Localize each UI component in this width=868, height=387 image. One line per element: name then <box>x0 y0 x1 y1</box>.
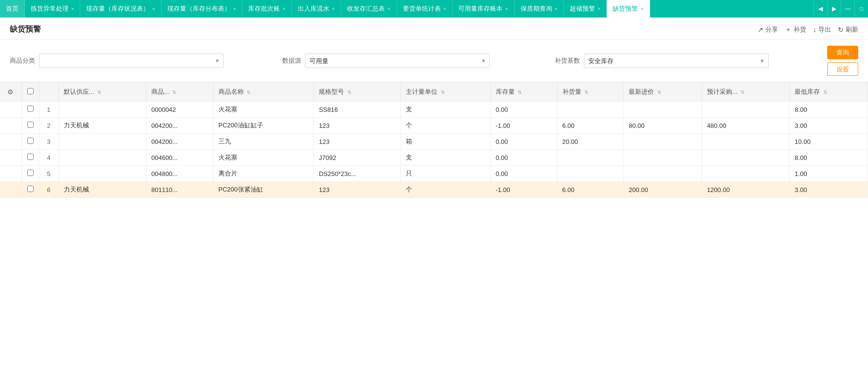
nav-tab-10[interactable]: 超储预警 × <box>564 0 607 18</box>
nav-prev-button[interactable]: ◀ <box>814 0 827 18</box>
nav-tab-home[interactable]: 首页 <box>0 0 25 18</box>
datasource-filter-label: 数据源 <box>282 56 301 65</box>
header-actions: ↗ 分享 ＋ 补货 ↓ 导出 ↻ 刷新 <box>758 25 858 34</box>
page-header: 缺货预警 ↗ 分享 ＋ 补货 ↓ 导出 ↻ 刷新 <box>0 18 868 40</box>
row-product-code-cell: 801110... <box>146 182 213 198</box>
col-header-product-name[interactable]: 商品名称 ⇅ <box>213 83 314 102</box>
col-header-supplier[interactable]: 默认供应... ⇅ <box>58 83 146 102</box>
row-stock-cell: 0.00 <box>490 102 557 118</box>
row-checkbox-3[interactable] <box>27 154 34 160</box>
nav-tab-8[interactable]: 可用量库存账本 × <box>452 0 514 18</box>
row-supplier-cell <box>58 150 146 166</box>
row-spec-cell: J7092 <box>314 150 401 166</box>
page-title: 缺货预警 <box>10 24 758 35</box>
sort-est-purchase-icon: ⇅ <box>741 89 744 95</box>
table-row: 5 004800... 离合片 DS250*23c... 只 0.00 1.00 <box>0 166 868 182</box>
nav-tab-2[interactable]: 现存量（库存状况表） × <box>80 0 161 18</box>
nav-tab-5[interactable]: 出入库流水 × <box>292 0 341 18</box>
row-checkbox-1[interactable] <box>27 122 34 128</box>
row-checkbox-0[interactable] <box>27 106 34 112</box>
row-checkbox-2[interactable] <box>27 138 34 144</box>
col-header-spec[interactable]: 规格型号 ⇅ <box>314 83 401 102</box>
row-unit-cell: 只 <box>401 166 490 182</box>
main-content: 缺货预警 ↗ 分享 ＋ 补货 ↓ 导出 ↻ 刷新 商品分类 <box>0 18 868 387</box>
col-header-unit[interactable]: 主计量单位 ⇅ <box>401 83 490 102</box>
query-button[interactable]: 查询 <box>827 46 858 59</box>
share-button[interactable]: ↗ 分享 <box>758 25 778 34</box>
sort-min-stock-icon: ⇅ <box>823 89 827 95</box>
settings-button[interactable]: 设置 <box>827 62 858 76</box>
close-tab-5[interactable]: × <box>332 6 335 12</box>
table-row: 3 004200... 三九 123 箱 0.00 20.00 10.00 <box>0 134 868 150</box>
close-tab-10[interactable]: × <box>597 6 600 12</box>
row-est-purchase-cell <box>702 102 789 118</box>
table-wrapper: ⚙ 默认供应... ⇅ 商品... ⇅ 商品名称 <box>0 82 868 198</box>
data-table: ⚙ 默认供应... ⇅ 商品... ⇅ 商品名称 <box>0 82 868 198</box>
replenish-button[interactable]: ＋ 补货 <box>785 25 806 34</box>
nav-tab-11[interactable]: 缺货预警 × <box>607 0 650 18</box>
refresh-button[interactable]: ↻ 刷新 <box>838 25 858 34</box>
close-tab-1[interactable]: × <box>71 6 74 12</box>
close-tab-3[interactable]: × <box>233 6 236 12</box>
settings-gear-icon[interactable]: ⚙ <box>5 87 16 97</box>
sort-spec-icon: ⇅ <box>347 89 351 95</box>
row-index-cell: 1 <box>39 102 58 118</box>
close-tab-6[interactable]: × <box>387 6 390 12</box>
close-tab-2[interactable]: × <box>152 6 155 12</box>
close-tab-8[interactable]: × <box>505 6 508 12</box>
table-row: 2 力天机械 004200... PC200油缸缸子 123 个 -1.00 6… <box>0 118 868 134</box>
nav-next-button[interactable]: ▶ <box>827 0 841 18</box>
replenish-select-wrapper: 安全库存 最低库存 ▼ <box>584 53 769 68</box>
close-tab-9[interactable]: × <box>555 6 558 12</box>
col-header-stock[interactable]: 库存量 ⇅ <box>490 83 557 102</box>
row-checkbox-5[interactable] <box>27 186 34 192</box>
col-header-latest-price[interactable]: 最新进价 ⇅ <box>624 83 702 102</box>
row-product-name-cell: 离合片 <box>213 166 314 182</box>
row-product-code-cell: 004200... <box>146 134 213 150</box>
row-checkbox-cell <box>21 134 39 150</box>
col-header-settings[interactable]: ⚙ <box>0 83 21 102</box>
row-checkbox-4[interactable] <box>27 170 34 176</box>
replenish-select[interactable]: 安全库存 最低库存 <box>584 53 769 68</box>
row-latest-price-cell: 200.00 <box>624 182 702 198</box>
col-header-replenish-qty[interactable]: 补货量 ⇅ <box>557 83 624 102</box>
col-header-index <box>39 83 58 102</box>
row-min-stock-cell: 10.00 <box>790 134 868 150</box>
row-index-cell: 2 <box>39 118 58 134</box>
nav-tab-9[interactable]: 保质期查询 × <box>515 0 564 18</box>
row-product-code-cell: 004600... <box>146 150 213 166</box>
row-supplier-cell: 力天机械 <box>58 118 146 134</box>
row-replenish-qty-cell <box>557 166 624 182</box>
table-header-row: ⚙ 默认供应... ⇅ 商品... ⇅ 商品名称 <box>0 83 868 102</box>
category-filter-group: 商品分类 ▼ <box>10 53 272 68</box>
export-button[interactable]: ↓ 导出 <box>813 25 831 34</box>
sort-product-code-icon: ⇅ <box>172 89 176 95</box>
category-select-wrapper: ▼ <box>39 53 224 68</box>
sort-product-name-icon: ⇅ <box>247 89 251 95</box>
col-spec-label: 规格型号 <box>319 88 344 95</box>
nav-tab-7[interactable]: 要货单统计表 × <box>397 0 452 18</box>
close-tab-4[interactable]: × <box>282 6 285 12</box>
close-tab-11[interactable]: × <box>640 6 643 12</box>
nav-tab-6[interactable]: 收发存汇总表 × <box>341 0 397 18</box>
row-latest-price-cell <box>624 166 702 182</box>
nav-minimize-button[interactable]: — <box>841 0 854 18</box>
col-header-product-code[interactable]: 商品... ⇅ <box>146 83 213 102</box>
row-checkbox-cell <box>21 182 39 198</box>
select-all-checkbox[interactable] <box>27 88 34 94</box>
row-stock-cell: 0.00 <box>490 134 557 150</box>
nav-maximize-button[interactable]: □ <box>854 0 868 18</box>
row-stock-cell: -1.00 <box>490 118 557 134</box>
nav-tab-1[interactable]: 拣货异常处理 × <box>25 0 80 18</box>
row-latest-price-cell <box>624 102 702 118</box>
col-replenish-qty-label: 补货量 <box>562 88 581 95</box>
row-settings-cell <box>0 102 21 118</box>
close-tab-7[interactable]: × <box>443 6 446 12</box>
category-select[interactable] <box>39 53 224 68</box>
row-latest-price-cell: 80.00 <box>624 118 702 134</box>
col-header-est-purchase[interactable]: 预计采购... ⇅ <box>702 83 789 102</box>
nav-tab-3[interactable]: 现存量（库存分布表） × <box>162 0 242 18</box>
datasource-select[interactable]: 可用量 库存量 <box>305 53 490 68</box>
nav-tab-4[interactable]: 库存批次账 × <box>242 0 291 18</box>
col-header-min-stock[interactable]: 最低库存 ⇅ <box>790 83 868 102</box>
